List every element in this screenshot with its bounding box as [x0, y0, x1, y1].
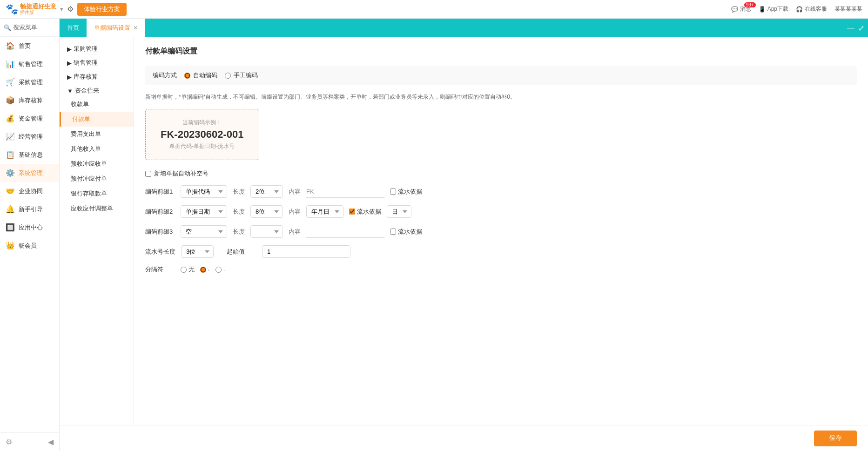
- separator-dash-option[interactable]: ·: [215, 266, 225, 273]
- sidebar-item-system[interactable]: ⚙️ 系统管理: [0, 164, 59, 182]
- auto-encode-option[interactable]: 自动编码: [184, 71, 217, 80]
- tree-item-prepay-payment[interactable]: 预付冲应付单: [60, 171, 134, 186]
- tree-group-purchase[interactable]: ▶ 采购管理: [60, 41, 134, 55]
- separator-none-radio[interactable]: [181, 267, 187, 273]
- length3-label: 长度: [233, 228, 245, 236]
- collab-icon: 🤝: [6, 187, 15, 195]
- settings-small-icon[interactable]: ⚙: [6, 438, 12, 446]
- tree-item-bank[interactable]: 银行存取款单: [60, 186, 134, 201]
- length3-select[interactable]: [250, 225, 283, 238]
- content3-input: [306, 226, 384, 238]
- tree-item-expense[interactable]: 费用支出单: [60, 127, 134, 141]
- tree-item-prepay-receipt[interactable]: 预收冲应收单: [60, 156, 134, 171]
- tree-group-funds[interactable]: ▼ 资金往来: [60, 83, 134, 97]
- auto-encode-radio[interactable]: [184, 73, 190, 79]
- separator-dot-label: ·: [208, 266, 210, 273]
- tab-home[interactable]: 首页: [60, 19, 87, 37]
- collapse-icon[interactable]: ◀: [48, 438, 54, 446]
- prefix3-select[interactable]: 空: [181, 225, 227, 238]
- chevron-right-icon: ▶: [67, 46, 72, 53]
- watermark1-checkbox[interactable]: [390, 188, 396, 195]
- serial-length-select[interactable]: 3位: [181, 245, 214, 258]
- tab-expand-btn[interactable]: ⤢: [858, 24, 864, 33]
- tree-group-sales[interactable]: ▶ 销售管理: [60, 55, 134, 69]
- length2-select[interactable]: 8位: [250, 205, 283, 218]
- save-button[interactable]: 保存: [814, 431, 857, 446]
- inventory-icon: 📦: [6, 96, 15, 105]
- sidebar-item-label: 首页: [19, 42, 31, 50]
- sidebar-item-basicinfo[interactable]: 📋 基础信息: [0, 146, 59, 164]
- content-area: 首页 单据编码设置 ✕ — ⤢ ▶ 采购管理: [60, 19, 868, 451]
- finance-icon: 💰: [6, 114, 15, 123]
- prefix1-select[interactable]: 单据代码: [181, 185, 227, 198]
- tree-item-other-income[interactable]: 其他收入单: [60, 141, 134, 156]
- sidebar-item-sales[interactable]: 📊 销售管理: [0, 55, 59, 73]
- prefix3-label: 编码前缀3: [145, 228, 175, 236]
- sidebar-item-label: 应用中心: [19, 223, 43, 232]
- guide-icon: 🔔: [6, 205, 15, 214]
- sidebar-item-label: 资金管理: [19, 114, 43, 123]
- home-icon: 🏠: [6, 41, 15, 50]
- auto-fill-label[interactable]: 新增单据自动补空号: [154, 169, 209, 178]
- sidebar-item-collab[interactable]: 🤝 企业协同: [0, 182, 59, 200]
- preview-sub: 单据代码-单据日期-流水号: [161, 142, 244, 150]
- settings-gear-icon[interactable]: ⚙: [67, 5, 74, 13]
- sidebar-item-member[interactable]: 👑 畅会员: [0, 236, 59, 255]
- sidebar-item-purchase[interactable]: 🛒 采购管理: [0, 73, 59, 91]
- length1-select[interactable]: 2位: [250, 185, 283, 198]
- search-menu-label: 搜索菜单: [13, 23, 37, 32]
- purchase-icon: 🛒: [6, 78, 15, 87]
- sidebar-item-guide[interactable]: 🔔 新手引导: [0, 200, 59, 218]
- tree-group-inventory[interactable]: ▶ 库存核算: [60, 69, 134, 83]
- separator-dash-radio[interactable]: [215, 267, 222, 273]
- form-row-1: 编码前缀1 单据代码 长度 2位 内容 流水依据: [145, 185, 857, 198]
- sidebar-item-home[interactable]: 🏠 首页: [0, 37, 59, 55]
- watermark1-option[interactable]: 流水依据: [390, 188, 422, 196]
- auto-fill-checkbox[interactable]: [145, 171, 151, 177]
- start-value-input[interactable]: [262, 245, 350, 258]
- sidebar-item-finance[interactable]: 💰 资金管理: [0, 109, 59, 128]
- tab-collapse-btn[interactable]: —: [847, 24, 855, 32]
- separator-dot-radio[interactable]: [200, 267, 206, 273]
- tree-item-receipt[interactable]: 收款单: [60, 97, 134, 112]
- separator-none-option[interactable]: 无: [181, 265, 195, 274]
- watermark3-option[interactable]: 流水依据: [390, 228, 422, 236]
- prefix1-label: 编码前缀1: [145, 188, 175, 196]
- manual-encode-radio[interactable]: [225, 73, 231, 79]
- basicinfo-icon: 📋: [6, 150, 15, 159]
- watermark2-option[interactable]: 流水依据: [349, 208, 381, 216]
- content1-input: [306, 186, 384, 198]
- app-download-btn[interactable]: 📱 App下载: [759, 5, 788, 13]
- sidebar-item-appcenter[interactable]: 🔲 应用中心: [0, 218, 59, 236]
- page-title: 付款单编码设置: [145, 47, 857, 56]
- tree-group-label: 资金往来: [75, 87, 99, 95]
- message-btn[interactable]: 💬 消息 99+: [731, 5, 751, 13]
- dropdown-arrow[interactable]: ▾: [60, 6, 63, 13]
- bottom-bar: 保存: [60, 425, 868, 451]
- page-body: ▶ 采购管理 ▶ 销售管理 ▶ 库存核算 ▼ 资金往来: [60, 37, 868, 425]
- day-select[interactable]: 日: [387, 205, 411, 218]
- separator-dot-option[interactable]: ·: [200, 266, 210, 273]
- watermark3-checkbox[interactable]: [390, 229, 396, 235]
- watermark2-checkbox[interactable]: [349, 209, 355, 215]
- prefix2-select[interactable]: 单据日期: [181, 205, 227, 218]
- trial-button[interactable]: 体验行业方案: [77, 3, 127, 16]
- sidebar-footer: ⚙ ◀: [0, 432, 59, 451]
- user-info[interactable]: 某某某某某: [834, 5, 862, 13]
- preview-label: 当前编码示例：: [161, 119, 244, 127]
- tree-item-label: 付款单: [72, 115, 90, 122]
- sidebar-item-operation[interactable]: 📈 经营管理: [0, 128, 59, 146]
- service-btn[interactable]: 🎧 在线客服: [796, 5, 827, 13]
- search-menu[interactable]: 🔍 搜索菜单: [0, 19, 59, 37]
- search-icon: 🔍: [4, 24, 11, 31]
- start-value-label: 起始值: [227, 248, 256, 256]
- tab-encode-settings[interactable]: 单据编码设置 ✕: [87, 19, 145, 37]
- manual-encode-option[interactable]: 手工编码: [225, 71, 258, 80]
- tab-close-icon[interactable]: ✕: [133, 25, 138, 31]
- tree-item-adjustment[interactable]: 应收应付调整单: [60, 201, 134, 216]
- sidebar-item-inventory[interactable]: 📦 库存核算: [0, 91, 59, 109]
- tree-item-payment[interactable]: 付款单: [60, 112, 134, 127]
- chevron-right-icon: ▶: [67, 74, 72, 81]
- content2-select[interactable]: 年月日: [306, 205, 343, 218]
- brand-subtitle: 插件版: [20, 10, 56, 15]
